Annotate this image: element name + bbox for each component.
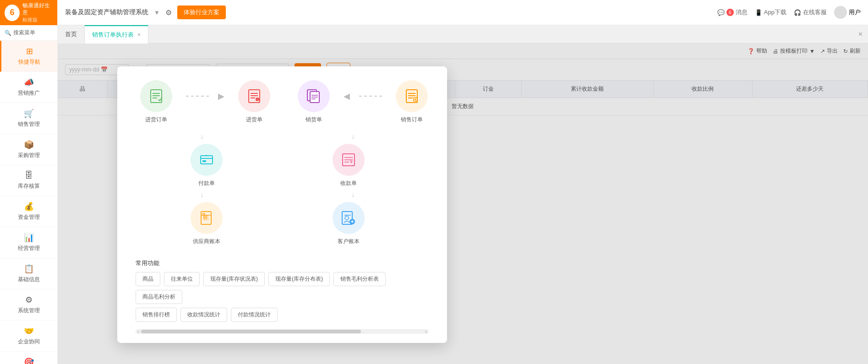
modal-scrollbar[interactable]: ‹ › — [136, 329, 429, 334]
flow-item-purchase-order[interactable]: 进货订单 — [136, 80, 177, 124]
func-btn-payment-stats[interactable]: 付款情况统计 — [231, 308, 278, 322]
sales-bill-icon — [306, 88, 322, 104]
user-area[interactable]: 用户 — [834, 6, 861, 19]
func-btn-sales-rank[interactable]: 销售排行榜 — [136, 308, 177, 322]
sales-icon: 🛒 — [24, 109, 34, 119]
flow-item-payment[interactable]: ¥ 付款单 — [186, 144, 227, 187]
receipt-icon: ¥ — [340, 152, 357, 168]
sidebar-item-marketing[interactable]: 📣 营销推广 — [0, 72, 57, 103]
func-buttons-row1: 商品 往来单位 现存量(库存状况表) 现存量(库存分布表) 销售毛利分析表 商品… — [136, 272, 429, 304]
tab-sales-order[interactable]: 销售订单执行表 × — [85, 25, 148, 43]
purchase-order-icon — [148, 88, 164, 104]
arrow-1 — [186, 96, 209, 97]
func-btn-inventory-dist[interactable]: 现存量(库存分布表) — [268, 272, 330, 286]
down-arrow-sales: ↓ — [328, 133, 378, 140]
sidebar-search[interactable]: 🔍 搜索菜单 — [0, 25, 57, 41]
sidebar-item-basic[interactable]: 📋 基础信息 — [0, 258, 57, 289]
logo-icon: 6 — [5, 5, 20, 21]
flow-row-arrows2: ↓ ↓ — [136, 191, 429, 198]
sales-bill-circle — [298, 80, 330, 112]
sidebar-item-purchase[interactable]: 📦 采购管理 — [0, 134, 57, 165]
common-functions: 常用功能 商品 往来单位 现存量(库存状况表) 现存量(库存分布表) 销售毛利分… — [136, 259, 429, 322]
func-btn-product-margin[interactable]: 商品毛利分析 — [136, 290, 182, 304]
sidebar-item-business[interactable]: 📊 经营管理 — [0, 227, 57, 258]
svg-text:帐: 帐 — [203, 214, 209, 221]
system-icon: ⚙ — [25, 295, 33, 305]
download-icon: 📱 — [755, 9, 762, 16]
try-industry-button[interactable]: 体验行业方案 — [177, 5, 226, 19]
basic-icon: 📋 — [24, 264, 34, 274]
enterprise-icon: 🤝 — [24, 326, 34, 336]
sidebar-item-newbie[interactable]: 🎯 新手引导 — [0, 352, 57, 364]
purchase-bill-icon: ↑ — [246, 88, 262, 104]
inventory-icon: 🗄 — [25, 171, 33, 180]
quick-nav-icon: ⊞ — [26, 46, 33, 56]
dropdown-arrow-icon[interactable]: ▼ — [154, 9, 160, 16]
message-btn[interactable]: 💬 6 消息 — [717, 8, 748, 16]
finance-icon: 💰 — [24, 201, 34, 212]
receipt-circle: ¥ — [333, 144, 365, 176]
scroll-thumb — [141, 330, 361, 333]
header-actions: 💬 6 消息 📱 App下载 🎧 在线客服 用户 — [717, 6, 861, 19]
header: 装备及固定资产辅助管理系统 ▼ ⚙ 体验行业方案 💬 6 消息 📱 App下载 … — [58, 0, 868, 25]
purchase-bill-circle: ↑ — [238, 80, 270, 112]
arrow-2 — [359, 96, 382, 97]
arrow-head-2: ◀ — [344, 91, 350, 101]
business-icon: 📊 — [24, 233, 34, 243]
func-btn-receipt-stats[interactable]: 收款情况统计 — [180, 308, 227, 322]
down-arrow-payment: ↓ — [177, 191, 227, 198]
sidebar-item-finance[interactable]: 💰 资金管理 — [0, 196, 57, 227]
supplier-ledger-circle: 帐 — [191, 202, 223, 234]
svg-point-37 — [345, 216, 349, 220]
sales-order-icon — [404, 88, 420, 104]
quick-nav-modal: 进货订单 ▶ — [117, 66, 447, 343]
sidebar-item-quick-nav[interactable]: ⊞ 快捷导航 — [0, 41, 57, 72]
content-area: ❓ 帮助 🖨 按模板打印 ▼ ↗ 导出 ↻ 刷新 — [58, 43, 868, 364]
purchase-order-label: 进货订单 — [145, 116, 167, 124]
online-service-btn[interactable]: 🎧 在线客服 — [794, 8, 827, 16]
flow-row-1: 进货订单 ▶ — [136, 80, 429, 124]
receipt-label: 收款单 — [340, 179, 357, 187]
svg-rect-24 — [202, 160, 206, 162]
scroll-right-icon[interactable]: › — [423, 328, 429, 335]
modal-overlay[interactable]: 进货订单 ▶ — [58, 43, 868, 364]
service-icon: 🎧 — [794, 9, 801, 16]
sidebar-item-system[interactable]: ⚙ 系统管理 — [0, 289, 57, 321]
sales-bill-label: 销货单 — [306, 116, 322, 124]
app-download-btn[interactable]: 📱 App下载 — [755, 8, 786, 16]
message-badge: 6 — [726, 9, 734, 16]
func-buttons-row2: 销售排行榜 收款情况统计 付款情况统计 — [136, 308, 429, 322]
window-close-icon[interactable]: × — [853, 30, 868, 38]
func-btn-inventory-status[interactable]: 现存量(库存状况表) — [203, 272, 265, 286]
func-btn-partner[interactable]: 往来单位 — [164, 272, 200, 286]
func-btn-product[interactable]: 商品 — [136, 272, 160, 286]
main-area: 装备及固定资产辅助管理系统 ▼ ⚙ 体验行业方案 💬 6 消息 📱 App下载 … — [58, 0, 868, 364]
flow-item-customer-ledger[interactable]: 客户账本 — [328, 202, 369, 245]
purchase-bill-label: 进货单 — [246, 116, 262, 124]
flow-row-arrows: ↓ ↓ — [136, 133, 429, 140]
purchase-order-circle — [140, 80, 172, 112]
settings-icon[interactable]: ⚙ — [165, 8, 172, 17]
scroll-left-icon[interactable]: ‹ — [136, 328, 141, 335]
func-btn-sales-margin[interactable]: 销售毛利分析表 — [333, 272, 386, 286]
customer-ledger-circle — [333, 202, 365, 234]
sidebar-item-enterprise[interactable]: 🤝 企业协同 — [0, 321, 57, 352]
user-avatar — [834, 6, 847, 19]
tab-close-icon[interactable]: × — [137, 32, 141, 38]
sidebar-item-inventory[interactable]: 🗄 库存核算 — [0, 165, 57, 196]
down-arrow-purchase: ↓ — [177, 133, 227, 140]
flow-item-purchase-bill[interactable]: ↑ 进货单 — [234, 80, 275, 124]
tab-home[interactable]: 首页 — [58, 25, 85, 43]
system-title: 装备及固定资产辅助管理系统 — [65, 8, 148, 16]
sidebar-item-sales[interactable]: 🛒 销售管理 — [0, 103, 57, 134]
flow-item-sales-order[interactable]: 销售订单 — [391, 80, 432, 124]
flow-item-receipt[interactable]: ¥ 收款单 — [328, 144, 369, 187]
message-icon: 💬 — [717, 9, 725, 16]
tabs-bar: 首页 销售订单执行表 × × — [58, 25, 868, 43]
supplier-ledger-icon: 帐 — [198, 210, 215, 226]
flow-item-sales-bill[interactable]: 销货单 — [293, 80, 334, 124]
payment-circle: ¥ — [191, 144, 223, 176]
flow-item-supplier-ledger[interactable]: 帐 供应商账本 — [186, 202, 227, 245]
arrow-head-1: ▶ — [218, 91, 224, 101]
scroll-track — [141, 330, 423, 333]
